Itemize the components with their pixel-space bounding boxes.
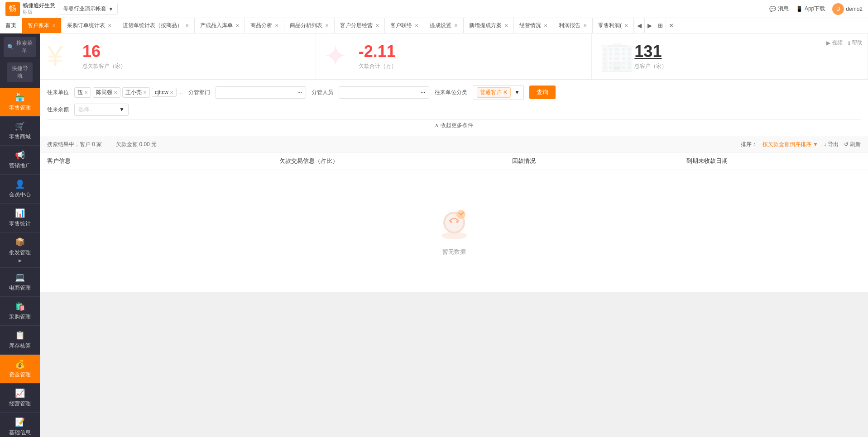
collapse-button[interactable]: ∧ 收起更多条件 (47, 120, 861, 131)
tab-nav-expand[interactable]: ⊞ (655, 18, 666, 33)
tag-chen-label: 陈民强 (96, 89, 112, 96)
sidebar-item-basic[interactable]: 📝 基础信息 (0, 413, 40, 437)
tab-close-icon[interactable]: ✕ (108, 23, 111, 28)
filter-tag-wu[interactable]: 伍 ✕ (74, 87, 91, 98)
tab-customer-balance[interactable]: 客户账本 ✕ (22, 18, 62, 33)
stat-block-customers: ¥ 16 总欠款客户（家） (40, 33, 316, 79)
tab-home[interactable]: 首页 (0, 18, 22, 33)
tag-wang-remove[interactable]: ✕ (143, 90, 147, 95)
tab-retail-profit[interactable]: 零售利润( ✕ (593, 18, 634, 33)
tab-close-icon[interactable]: ✕ (52, 23, 56, 28)
yuan-bg-icon: ¥ (47, 39, 63, 73)
filter-tag-chen[interactable]: 陈民强 ✕ (93, 87, 120, 98)
svg-point-3 (450, 220, 452, 223)
result-debt-label: 欠款金额 (116, 141, 138, 147)
query-button[interactable]: 查询 (529, 86, 556, 99)
sidebar-item-member[interactable]: 👤 会员中心 (0, 175, 40, 204)
tab-stock-stats[interactable]: 进货单统计表（按商品） ✕ (117, 18, 195, 33)
result-bar: 搜索结果中，客户 0 家 欠款金额 0.00 元 排序： 按欠款金额倒序排序 ▼… (40, 137, 868, 152)
help-button[interactable]: ℹ 帮助 (848, 39, 863, 47)
tab-customer-contact[interactable]: 客户联络 ✕ (385, 18, 424, 33)
tab-product-in[interactable]: 产成品入库单 ✕ (195, 18, 245, 33)
tab-close-icon[interactable]: ✕ (275, 23, 278, 28)
unit-class-select[interactable]: 普通客户 ✕ ▼ (473, 85, 524, 100)
result-spacer (104, 141, 115, 147)
export-button[interactable]: ↓ 导出 (824, 141, 839, 148)
sidebar-item-retail-mall[interactable]: 🛒 零售商城 (0, 117, 40, 146)
export-icon: ↓ (824, 141, 826, 147)
sort-select[interactable]: 按欠款金额倒序排序 ▼ (762, 141, 818, 148)
table-container: 客户信息 欠款交易信息（占比） 回款情况 到期未收款日期 (40, 152, 868, 292)
tab-purchase-order[interactable]: 采购订单统计表 ✕ (62, 18, 117, 33)
sidebar-item-basic-label: 基础信息 (9, 429, 31, 437)
tab-close-icon[interactable]: ✕ (185, 23, 189, 28)
tab-close-icon[interactable]: ✕ (454, 23, 458, 28)
result-count-unit: 家 (96, 141, 102, 147)
purchase-icon: 🛍️ (15, 301, 25, 311)
sidebar-quick-nav-area: 快捷导航 (0, 61, 40, 88)
person-select[interactable]: ··· (339, 86, 429, 99)
tab-product-analysis[interactable]: 商品分析 ✕ (245, 18, 284, 33)
tag-cjttcw-remove[interactable]: ✕ (170, 90, 173, 95)
tab-nav-close-all[interactable]: ✕ (666, 18, 676, 33)
refresh-button[interactable]: ↺ 刷新 (844, 141, 861, 148)
quick-nav-button[interactable]: 快捷导航 (7, 62, 33, 82)
message-button[interactable]: 💬 消息 (769, 5, 789, 13)
dept-select[interactable]: ··· (216, 86, 306, 99)
tab-profit[interactable]: 利润报告 ✕ (553, 18, 593, 33)
result-actions: 排序： 按欠款金额倒序排序 ▼ ↓ 导出 ↺ 刷新 (741, 141, 861, 148)
video-label: 视频 (832, 39, 843, 47)
tab-close-icon[interactable]: ✕ (504, 23, 508, 28)
tab-close-icon[interactable]: ✕ (624, 23, 628, 28)
tag-wu-remove[interactable]: ✕ (84, 90, 88, 95)
sidebar-item-retail-stats[interactable]: 📊 零售统计 (0, 204, 40, 233)
sidebar-item-inventory[interactable]: 📋 库存核算 (0, 326, 40, 355)
sidebar-search-area: 🔍 搜索菜单 (0, 33, 40, 61)
stat-total-value[interactable]: 131 (634, 43, 857, 61)
workspace-selector[interactable]: 母婴行业演示帐套 ▼ (59, 3, 118, 15)
sidebar: 🔍 搜索菜单 快捷导航 🏪 零售管理 🛒 零售商城 📢 营销推广 👤 会员中心 … (0, 33, 40, 437)
filter-tag-cjttcw[interactable]: cjttcw ✕ (152, 88, 177, 97)
svg-point-4 (456, 220, 458, 223)
tab-customer-segment[interactable]: 客户分层经营 ✕ (335, 18, 385, 33)
result-info: 搜索结果中，客户 0 家 欠款金额 0.00 元 (47, 141, 157, 148)
unit-class-tag-remove[interactable]: ✕ (503, 89, 508, 95)
tab-product-analysis-list[interactable]: 商品分析列表 ✕ (284, 18, 335, 33)
tab-close-icon[interactable]: ✕ (375, 23, 379, 28)
tag-chen-remove[interactable]: ✕ (114, 90, 117, 95)
sidebar-item-operation[interactable]: 📈 经营管理 (0, 384, 40, 413)
workspace-label: 母婴行业演示帐套 (63, 5, 106, 13)
tab-bar: 首页 客户账本 ✕ 采购订单统计表 ✕ 进货单统计表（按商品） ✕ 产成品入库单… (0, 18, 868, 33)
result-debt-unit: 元 (151, 141, 157, 147)
tab-close-icon[interactable]: ✕ (325, 23, 329, 28)
ecommerce-icon: 💻 (15, 272, 25, 282)
sidebar-item-purchase[interactable]: 🛍️ 采购管理 (0, 297, 40, 326)
user-menu[interactable]: D demo2 (832, 3, 863, 15)
app-download-button[interactable]: 📱 App下载 (796, 5, 825, 13)
tab-nav-next[interactable]: ▶ (644, 18, 655, 33)
avatar: D (832, 3, 844, 15)
tab-nav-prev[interactable]: ◀ (634, 18, 644, 33)
sidebar-search-button[interactable]: 🔍 搜索菜单 (4, 37, 36, 57)
sidebar-item-ecommerce[interactable]: 💻 电商管理 (0, 268, 40, 297)
tab-new-promotion[interactable]: 新增提成方案 ✕ (464, 18, 514, 33)
sort-chevron: ▼ (813, 141, 818, 147)
tab-close-icon[interactable]: ✕ (544, 23, 547, 28)
export-label: 导出 (828, 141, 839, 148)
filter-more-btn[interactable]: ... (178, 89, 183, 95)
person-select-value (343, 89, 348, 96)
video-button[interactable]: ▶ 视频 (826, 39, 843, 47)
help-label: 帮助 (852, 39, 863, 47)
sidebar-item-retail-mgmt[interactable]: 🏪 零售管理 (0, 88, 40, 117)
tab-close-icon[interactable]: ✕ (235, 23, 239, 28)
stat-total-label: 总客户（家） (634, 62, 857, 70)
sidebar-item-wholesale[interactable]: 📦 批发管理 ▶ (0, 233, 40, 268)
tab-operation[interactable]: 经营情况 ✕ (514, 18, 553, 33)
tab-close-icon[interactable]: ✕ (583, 23, 587, 28)
tab-close-icon[interactable]: ✕ (415, 23, 418, 28)
sidebar-item-marketing[interactable]: 📢 营销推广 (0, 146, 40, 175)
filter-tag-wang[interactable]: 王小亮 ✕ (122, 87, 150, 98)
tab-promotion-settings[interactable]: 提成设置 ✕ (424, 18, 464, 33)
balance-select[interactable]: 选择... ▼ (74, 104, 129, 116)
sidebar-item-finance[interactable]: 💰 资金管理 (0, 355, 40, 384)
